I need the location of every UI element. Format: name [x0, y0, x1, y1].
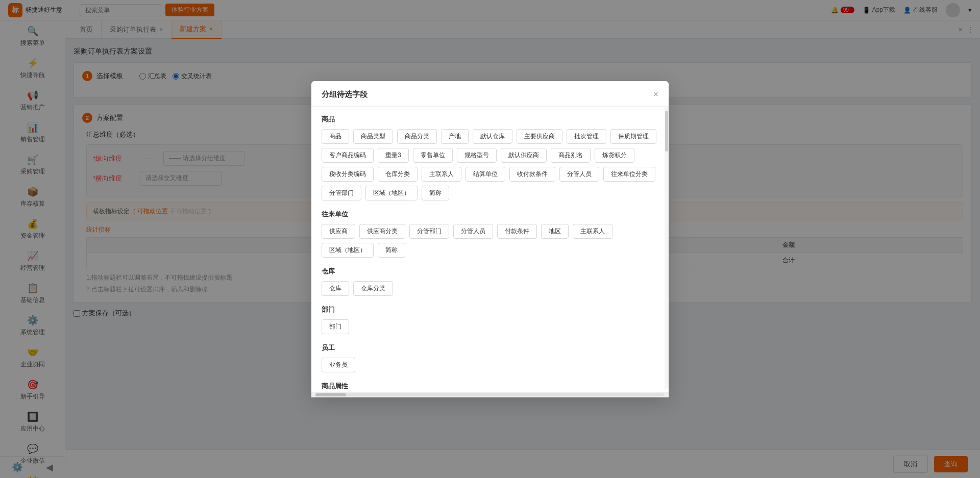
field-tag[interactable]: 规格型号 — [457, 148, 497, 163]
modal-vscrollbar[interactable] — [665, 106, 669, 389]
field-tag[interactable]: 商品别名 — [551, 148, 591, 163]
field-section-goods: 商品 商品 商品类型 商品分类 产地 默认仓库 主要供应商 批次管理 保质期管理… — [322, 115, 658, 200]
field-tag[interactable]: 商品 — [322, 129, 349, 144]
field-tag[interactable]: 部门 — [322, 319, 349, 334]
field-tag[interactable]: 仓库 — [322, 281, 349, 296]
field-section-product-attr-title: 商品属性 — [322, 382, 658, 391]
field-section-employee-title: 员工 — [322, 343, 658, 353]
hscroll-track — [315, 393, 665, 396]
field-tag[interactable]: 分管部门 — [409, 224, 449, 239]
field-section-department: 部门 部门 — [322, 305, 658, 334]
field-section-warehouse-title: 仓库 — [322, 267, 658, 276]
field-tag[interactable]: 主联系人 — [573, 224, 612, 239]
field-tag[interactable]: 付款条件 — [497, 224, 537, 239]
modal-dialog: 分组待选字段 × 商品 商品 商品类型 商品分类 产地 默认仓库 主要供应商 批… — [311, 81, 669, 397]
field-tags-warehouse: 仓库 仓库分类 — [322, 281, 658, 296]
field-tag[interactable]: 主要供应商 — [517, 129, 562, 144]
field-tags-goods: 商品 商品类型 商品分类 产地 默认仓库 主要供应商 批次管理 保质期管理 客户… — [322, 129, 658, 200]
modal-overlay: 分组待选字段 × 商品 商品 商品类型 商品分类 产地 默认仓库 主要供应商 批… — [0, 0, 980, 478]
field-tag[interactable]: 供应商分类 — [359, 224, 405, 239]
field-tag[interactable]: 业务员 — [322, 358, 355, 372]
field-section-employee: 员工 业务员 — [322, 343, 658, 372]
field-tag[interactable]: 供应商 — [322, 224, 355, 239]
hscroll-thumb[interactable] — [315, 393, 346, 396]
field-tag[interactable]: 分管人员 — [453, 224, 493, 239]
field-section-goods-title: 商品 — [322, 115, 658, 124]
field-tag[interactable]: 税收分类编码 — [322, 167, 374, 182]
field-tag[interactable]: 批次管理 — [567, 129, 606, 144]
modal-title: 分组待选字段 — [322, 90, 368, 99]
field-tag[interactable]: 区域（地区） — [365, 186, 418, 200]
modal-hscrollbar[interactable] — [311, 392, 669, 397]
field-tag[interactable]: 重量3 — [378, 148, 409, 163]
field-tag[interactable]: 往来单位分类 — [603, 167, 655, 182]
field-section-department-title: 部门 — [322, 305, 658, 314]
field-tags-employee: 业务员 — [322, 358, 658, 372]
field-tag[interactable]: 简称 — [378, 243, 405, 258]
field-tag[interactable]: 默认仓库 — [473, 129, 512, 144]
field-tag[interactable]: 仓库分类 — [378, 167, 418, 182]
field-tag[interactable]: 主联系人 — [422, 167, 461, 182]
field-tag[interactable]: 商品分类 — [397, 129, 437, 144]
field-tag[interactable]: 零售单位 — [413, 148, 453, 163]
field-tag[interactable]: 保质期管理 — [610, 129, 656, 144]
modal-header: 分组待选字段 × — [311, 81, 669, 107]
field-section-product-attr: 商品属性 属性 颜色 多规格 尺码 鞋码 1 — [322, 382, 658, 392]
field-tag[interactable]: 产地 — [441, 129, 469, 144]
field-tag[interactable]: 炼货积分 — [595, 148, 634, 163]
field-section-partner: 往来单位 供应商 供应商分类 分管部门 分管人员 付款条件 地区 主联系人 区域… — [322, 210, 658, 258]
field-tags-department: 部门 — [322, 319, 658, 334]
field-tag[interactable]: 区域（地区） — [322, 243, 374, 258]
field-tags-partner: 供应商 供应商分类 分管部门 分管人员 付款条件 地区 主联系人 区域（地区） … — [322, 224, 658, 258]
field-tag[interactable]: 结算单位 — [465, 167, 505, 182]
modal-close-btn[interactable]: × — [653, 89, 658, 100]
field-tag[interactable]: 收付款条件 — [509, 167, 555, 182]
field-tag[interactable]: 地区 — [541, 224, 569, 239]
field-section-partner-title: 往来单位 — [322, 210, 658, 219]
vscroll-thumb — [665, 111, 668, 152]
field-tag[interactable]: 仓库分类 — [353, 281, 393, 296]
field-tag[interactable]: 分管人员 — [559, 167, 599, 182]
field-tag[interactable]: 商品类型 — [353, 129, 393, 144]
field-tag[interactable]: 分管部门 — [322, 186, 361, 200]
field-tag[interactable]: 客户商品编码 — [322, 148, 374, 163]
field-section-warehouse: 仓库 仓库 仓库分类 — [322, 267, 658, 296]
field-tag[interactable]: 简称 — [422, 186, 449, 200]
modal-body: 商品 商品 商品类型 商品分类 产地 默认仓库 主要供应商 批次管理 保质期管理… — [311, 107, 669, 392]
field-tag[interactable]: 默认供应商 — [501, 148, 547, 163]
